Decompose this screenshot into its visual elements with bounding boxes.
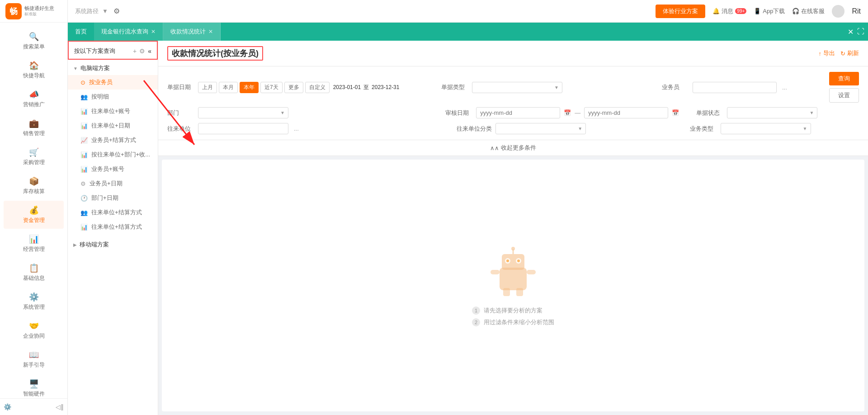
schema-item-by-salesperson[interactable]: ⊙ 按业务员 <box>68 75 158 90</box>
schema-item-dept-date[interactable]: 🕐 部门+日期 <box>68 191 158 205</box>
schema-item-counterparty-account[interactable]: 📊 往来单位+账号 <box>68 104 158 118</box>
bank-flow-tab-label: 现金银行流水查询 <box>101 28 148 36</box>
bank-flow-tab-close[interactable]: ✕ <box>151 28 156 35</box>
desktop-group-header[interactable]: ▼ 电脑端方案 <box>68 61 158 75</box>
tab-home[interactable]: 首页 <box>68 23 94 41</box>
sidebar-item-guide[interactable]: 📖 新手引导 <box>4 345 64 373</box>
department-select[interactable] <box>198 107 288 118</box>
tab-bar: 首页 现金银行流水查询 ✕ 收款情况统计 ✕ ✕ ⛶ <box>68 23 868 41</box>
maximize-tab-btn[interactable]: ⛶ <box>857 28 864 36</box>
avatar[interactable] <box>832 5 844 18</box>
sidebar-nav: 🔍 搜索菜单 🏠 快捷导航 📣 营销推广 💼 销售管理 🛒 采购管理 📦 <box>0 23 67 398</box>
salesperson-more-btn[interactable]: ... <box>782 84 787 91</box>
document-status-select[interactable] <box>727 107 817 118</box>
last-7days-btn[interactable]: 近7天 <box>260 82 283 93</box>
close-tab-btn[interactable]: ✕ <box>848 28 854 36</box>
document-type-select[interactable] <box>472 82 562 93</box>
schema-settings-button[interactable]: ⚙ <box>139 47 145 55</box>
trial-button[interactable]: 体验行业方案 <box>656 5 705 18</box>
messages-label: 消息 <box>722 7 733 15</box>
empty-hint-1: 1 请先选择要分析的方案 <box>472 307 554 315</box>
last-month-btn[interactable]: 上月 <box>198 82 217 93</box>
settings-footer-icon[interactable]: ⚙️ <box>4 403 11 410</box>
calendar-to-icon[interactable]: 📅 <box>672 109 679 116</box>
salesperson-date-icon: ⚙ <box>80 180 86 187</box>
tab-collection-stats[interactable]: 收款情况统计 ✕ <box>163 23 221 41</box>
download-icon: 📱 <box>754 8 761 14</box>
sidebar-item-hardware[interactable]: 🖥️ 智能硬件 <box>4 374 64 398</box>
basic-icon: 📋 <box>29 263 39 273</box>
sidebar-item-marketing[interactable]: 📣 营销推广 <box>4 85 64 113</box>
sidebar-item-system[interactable]: ⚙️ 系统管理 <box>4 288 64 316</box>
export-button[interactable]: ↑ 导出 <box>819 49 835 57</box>
schema-item-salesperson-settlement[interactable]: 📈 业务员+结算方式 <box>68 133 158 147</box>
sidebar-item-inventory[interactable]: 📦 库存核算 <box>4 172 64 200</box>
salesperson-label: 业务员 <box>662 83 689 91</box>
breadcrumb-text: 系统路径 <box>75 7 99 15</box>
calendar-from-icon[interactable]: 📅 <box>564 109 571 116</box>
operations-icon: 📊 <box>29 234 39 244</box>
sidebar-item-search[interactable]: 🔍 搜索菜单 <box>4 27 64 55</box>
schema-item-counterparty-dept[interactable]: 📊 按往来单位+部门+收... <box>68 147 158 162</box>
messages-button[interactable]: 🔔 消息 99+ <box>712 7 746 15</box>
app-download-label: App下载 <box>763 7 785 15</box>
schema-item-salesperson-date[interactable]: ⚙ 业务员+日期 <box>68 176 158 191</box>
custom-date-btn[interactable]: 自定义 <box>305 82 330 93</box>
sidebar-item-sales[interactable]: 💼 销售管理 <box>4 114 64 142</box>
user-name[interactable]: Rit <box>852 7 861 15</box>
sidebar-item-operations[interactable]: 📊 经营管理 <box>4 230 64 258</box>
counterparty-more-btn[interactable]: ... <box>294 125 299 132</box>
tab-bank-flow[interactable]: 现金银行流水查询 ✕ <box>94 23 163 41</box>
sidebar-item-enterprise[interactable]: 🤝 企业协同 <box>4 316 64 344</box>
collection-stats-tab-close[interactable]: ✕ <box>208 28 213 35</box>
edition-badge: 标准版 <box>24 11 54 17</box>
sidebar-item-quick-nav[interactable]: 🏠 快捷导航 <box>4 56 64 84</box>
filter-row-3: 往来单位 ... 往来单位分类 <box>167 123 859 134</box>
salesperson-schema-icon: ⊙ <box>80 79 85 86</box>
logo-icon: 畅 <box>5 3 22 19</box>
search-icon: 🔍 <box>29 32 39 42</box>
schema-item-salesperson-account[interactable]: 📊 业务员+账号 <box>68 162 158 176</box>
page-header: 收款情况统计(按业务员) ↑ 导出 ↻ 刷新 <box>158 41 868 66</box>
sidebar-item-purchase[interactable]: 🛒 采购管理 <box>4 143 64 171</box>
query-button[interactable]: 查询 <box>829 72 859 85</box>
sales-icon: 💼 <box>29 118 39 128</box>
sidebar-item-basic[interactable]: 📋 基础信息 <box>4 259 64 287</box>
sidebar-item-finance[interactable]: 💰 资金管理 <box>4 201 64 229</box>
mobile-group-icon: ▶ <box>73 242 77 247</box>
review-date-from[interactable] <box>476 107 560 118</box>
settings-topbar-icon[interactable]: ⚙ <box>113 7 120 15</box>
more-date-btn[interactable]: 更多 <box>284 82 303 93</box>
collapse-sidebar-icon[interactable]: ◁‖ <box>56 403 64 410</box>
this-month-btn[interactable]: 本月 <box>219 82 238 93</box>
refresh-icon: ↻ <box>840 50 845 57</box>
breadcrumb-dropdown-icon[interactable]: ▼ <box>102 8 108 14</box>
salesperson-input[interactable] <box>693 82 777 93</box>
business-type-select[interactable] <box>721 123 811 134</box>
left-panel-header: 按以下方案查询 + ⚙ « <box>68 41 158 60</box>
app-download-button[interactable]: 📱 App下载 <box>754 7 785 15</box>
filter-settings-button[interactable]: 设置 <box>829 88 859 103</box>
svg-rect-10 <box>503 288 510 296</box>
mobile-group-header[interactable]: ▶ 移动端方案 <box>68 238 158 251</box>
collapse-bar[interactable]: ∧∧ 收起更多条件 <box>158 140 868 156</box>
bell-icon: 🔔 <box>712 8 720 14</box>
schema-item-detail[interactable]: 👥 按明细 <box>68 90 158 104</box>
enterprise-icon: 🤝 <box>29 321 39 331</box>
schema-item-counterparty-settlement1[interactable]: 👥 往来单位+结算方式 <box>68 205 158 220</box>
online-service-button[interactable]: 🎧 在线客服 <box>792 7 825 15</box>
schema-item-counterparty-settlement2[interactable]: 📊 往来单位+结算方式 <box>68 220 158 234</box>
counterparty-category-select[interactable] <box>495 123 586 134</box>
left-panel-title: 按以下方案查询 <box>74 47 115 55</box>
logo-text: 畅捷通好生意 <box>24 5 54 11</box>
review-date-to[interactable] <box>584 107 668 118</box>
counterparty-input[interactable] <box>198 123 288 134</box>
add-schema-button[interactable]: + <box>133 47 137 55</box>
svg-rect-0 <box>500 268 527 290</box>
schema-item-counterparty-date[interactable]: 📊 往来单位+日期 <box>68 118 158 133</box>
hint-2-text: 用过滤条件来缩小分析范围 <box>484 318 554 326</box>
refresh-button[interactable]: ↻ 刷新 <box>840 49 859 57</box>
this-year-btn[interactable]: 本年 <box>240 82 259 93</box>
salesperson-settlement-icon: 📈 <box>80 137 88 144</box>
collapse-panel-button[interactable]: « <box>148 47 151 55</box>
